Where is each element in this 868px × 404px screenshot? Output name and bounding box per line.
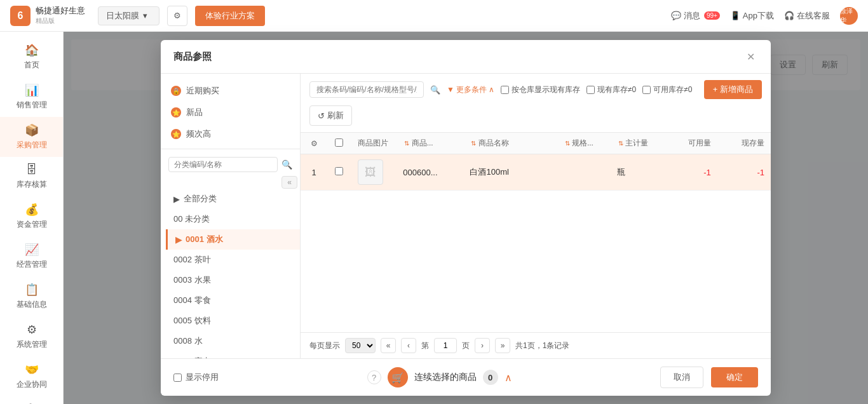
settings-button[interactable]: ⚙: [167, 6, 187, 26]
prev-page-button[interactable]: ‹: [401, 338, 416, 353]
category-snack[interactable]: 0004 零食: [166, 290, 300, 311]
new-items-item[interactable]: ⭐ 新品: [161, 102, 300, 123]
nav-right: 💬 消息 99+ 📱 App下载 🎧 在线客服 徐泽华: [671, 7, 858, 25]
th-avail: 可用量: [657, 133, 717, 154]
right-panel: 🔍 ▼ 更多条件 ∧ 按仓库显示现有库存: [301, 74, 771, 358]
inventory-icon: 🗄: [26, 163, 37, 177]
nav-dropdown[interactable]: 日太阳膜 ▾: [98, 6, 159, 25]
left-panel-collapse-button[interactable]: «: [281, 176, 297, 189]
category-search-row: 🔍: [161, 153, 300, 176]
sidebar-item-ops[interactable]: 📈 经营管理: [0, 236, 63, 276]
new-icon: ⭐: [171, 107, 181, 118]
product-search-input[interactable]: [309, 81, 424, 98]
sidebar: 🏠 首页 📊 销售管理 📦 采购管理 🗄 库存核算 💰 资金管理 📈 经营管理 …: [0, 32, 64, 404]
sidebar-item-sales[interactable]: 📊 销售管理: [0, 77, 63, 117]
row-code: 000600...: [397, 154, 463, 191]
sidebar-item-finance[interactable]: 💰 资金管理: [0, 196, 63, 236]
user-profile[interactable]: 徐泽华: [840, 7, 858, 25]
filter-bar: 🔍 ▼ 更多条件 ∧ 按仓库显示现有库存: [301, 74, 771, 133]
modal-close-button[interactable]: ✕: [743, 49, 758, 64]
sidebar-label-basic: 基础信息: [17, 299, 47, 310]
category-appliance[interactable]: 0010 家电: [166, 351, 300, 358]
category-all[interactable]: ▶ 全部分类: [166, 189, 300, 209]
category-water[interactable]: 0008 水: [166, 331, 300, 351]
chevron-down-icon: ▾: [143, 11, 147, 20]
freq-icon: ⭐: [171, 129, 181, 139]
app-name: 畅捷通好生意: [36, 6, 85, 17]
footer-collapse-button[interactable]: ∧: [505, 372, 512, 384]
sidebar-item-home[interactable]: 🏠 首页: [0, 37, 63, 77]
pagination-total: 共1页，1条记录: [515, 340, 569, 351]
settings-icon[interactable]: ⚙: [311, 139, 318, 148]
message-badge: 99+: [704, 11, 720, 20]
sort-icon: ⇅: [565, 140, 570, 147]
page-size-select[interactable]: 50: [345, 338, 376, 353]
refresh-button[interactable]: ↺ 刷新: [309, 105, 352, 126]
sidebar-label-inventory: 库存核算: [17, 179, 47, 190]
table-row[interactable]: 1 🖼: [301, 154, 771, 191]
help-button[interactable]: ?: [367, 370, 381, 384]
sidebar-item-purchase[interactable]: 📦 采购管理: [0, 117, 63, 157]
check-existing-stock[interactable]: 现有库存≠0: [587, 84, 636, 95]
select-all-checkbox[interactable]: [335, 138, 343, 147]
sidebar-item-inventory[interactable]: 🗄 库存核算: [0, 157, 63, 196]
freq-high-item[interactable]: ⭐ 频次高: [161, 123, 300, 145]
add-product-button[interactable]: + 新增商品: [704, 80, 762, 99]
category-search-input[interactable]: [168, 157, 278, 172]
modal-title: 商品参照: [173, 51, 212, 63]
left-panel: 🔒 近期购买 ⭐ 新品 ⭐ 频次高: [161, 74, 301, 358]
category-beverage[interactable]: 0005 饮料: [166, 311, 300, 331]
lock-icon: 🔒: [171, 86, 181, 96]
next-page-button[interactable]: ›: [475, 338, 490, 353]
cancel-button[interactable]: 取消: [660, 367, 703, 388]
th-spec: ⇅ 规格...: [557, 133, 611, 154]
sort-icon: ⇅: [471, 140, 476, 147]
refresh-icon: ↺: [318, 111, 325, 121]
finance-icon: 💰: [25, 203, 39, 217]
product-table: ⚙ 商品图片: [301, 133, 771, 191]
check-warehouse-stock[interactable]: 按仓库显示现有库存: [501, 84, 580, 95]
sidebar-label-system: 系统管理: [17, 339, 47, 350]
category-liquor[interactable]: ▶ 0001 酒水: [166, 229, 300, 250]
more-conditions-button[interactable]: ▼ 更多条件 ∧: [447, 84, 494, 95]
first-page-button[interactable]: «: [381, 338, 396, 353]
selected-count-badge: 0: [483, 370, 498, 385]
table-header-row: ⚙ 商品图片: [301, 133, 771, 154]
online-service-button[interactable]: 🎧 在线客服: [784, 10, 830, 22]
category-search-button[interactable]: 🔍: [281, 159, 292, 170]
sidebar-item-enterprise[interactable]: 🤝 企业协同: [0, 356, 63, 396]
active-arrow-icon: ▶: [175, 235, 182, 245]
last-page-button[interactable]: »: [495, 338, 510, 353]
category-uncategorized[interactable]: 00 未分类: [166, 209, 300, 229]
row-unit: 瓶: [611, 154, 658, 191]
messages-button[interactable]: 💬 消息 99+: [671, 10, 720, 22]
category-fruit[interactable]: 0003 水果: [166, 270, 300, 290]
message-icon: 💬: [671, 11, 681, 20]
pagination-bar: 每页显示 50 « ‹ 第 页 › » 共1页，1条记录: [301, 332, 771, 358]
sidebar-item-system[interactable]: ⚙ 系统管理: [0, 316, 63, 356]
recent-buy-item[interactable]: 🔒 近期购买: [161, 80, 300, 102]
row-name: 白酒100ml: [463, 154, 557, 191]
product-table-wrapper: ⚙ 商品图片: [301, 133, 771, 332]
th-num: ⚙: [301, 133, 327, 154]
page-number-input[interactable]: [434, 338, 457, 353]
modal-footer: 显示停用 ? 🛒 连续选择的商品 0 ∧ 取消 确定: [161, 358, 771, 396]
sidebar-item-guide[interactable]: 📚 新手引导: [0, 396, 63, 404]
sort-icon: ⇅: [404, 140, 409, 147]
divider: [161, 149, 300, 149]
trial-button[interactable]: 体验行业方案: [195, 6, 265, 26]
app-download-button[interactable]: 📱 App下载: [730, 10, 774, 22]
show-disabled-checkbox[interactable]: 显示停用: [173, 372, 219, 383]
app-sub: 精品版: [36, 17, 85, 25]
content-area: 查询 设置 刷新 商品参照 ✕: [64, 32, 868, 404]
category-tea[interactable]: 0002 茶叶: [166, 250, 300, 270]
th-name: ⇅ 商品名称: [463, 133, 557, 154]
row-spec: [557, 154, 611, 191]
sidebar-label-enterprise: 企业协同: [17, 379, 47, 390]
row-checkbox[interactable]: [335, 167, 343, 175]
product-reference-modal: 商品参照 ✕ 🔒 近期购买 ⭐: [161, 40, 771, 396]
product-image: 🖼: [358, 159, 383, 185]
confirm-button[interactable]: 确定: [711, 367, 758, 387]
check-available-stock[interactable]: 可用库存≠0: [642, 84, 692, 95]
sidebar-item-basic[interactable]: 📋 基础信息: [0, 276, 63, 316]
